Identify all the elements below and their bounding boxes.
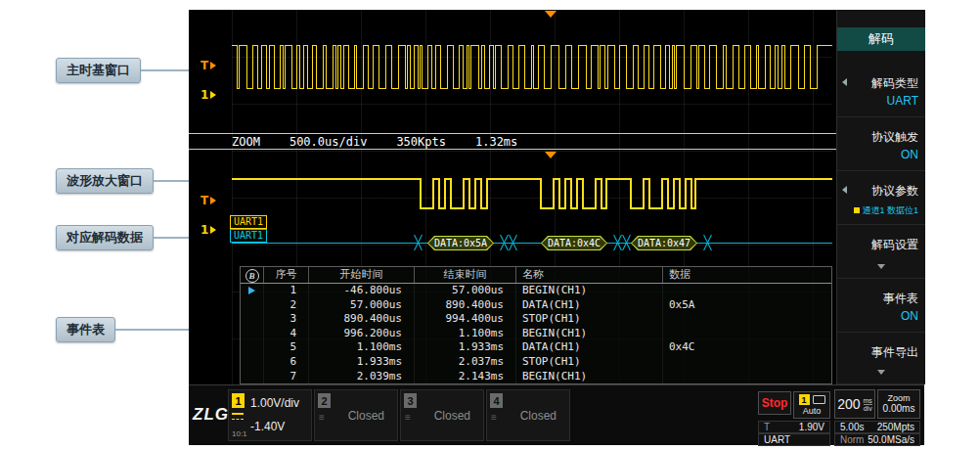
table-row[interactable]: 4 996.200us 1.100ms BEGIN(CH1) <box>241 327 831 341</box>
cell-start: -46.800us <box>309 284 415 298</box>
table-row[interactable]: 1 -46.800us 57.000us BEGIN(CH1) <box>241 284 831 298</box>
cell-data: 0x5A <box>663 298 831 313</box>
callout-label: 波形放大窗口 <box>56 168 154 194</box>
timebase-unit: ms div <box>864 397 872 412</box>
menu-item-event-export[interactable]: 事件导出 <box>837 333 925 384</box>
table-row[interactable]: 3 890.400us 994.400us STOP(CH1) <box>241 312 831 327</box>
cell-data <box>663 355 831 370</box>
cell-start: 890.400us <box>309 312 415 327</box>
col-index: 序号 <box>264 267 309 283</box>
trigger-position-marker[interactable] <box>545 11 557 18</box>
run-state-indicator[interactable]: Stop <box>758 391 791 415</box>
cell-end: 994.400us <box>415 312 516 327</box>
callout-label: 事件表 <box>56 317 115 342</box>
channel2-control[interactable]: 2 ≡ Closed <box>314 389 398 441</box>
table-row[interactable]: 2 57.000us 890.400us DATA(CH1) 0x5A <box>241 298 831 313</box>
trigger-letter: T <box>200 194 208 207</box>
table-row[interactable]: 5 1.100ms 1.933ms DATA(CH1) 0x4C <box>241 340 831 355</box>
cell-data <box>663 327 831 341</box>
uart1-decode-label: UART1 <box>230 229 267 243</box>
brand-text: ZLG <box>193 405 229 424</box>
zoom-position-marker[interactable] <box>545 152 557 158</box>
cell-start: 1.933ms <box>309 355 415 370</box>
menu-item-event-table[interactable]: 事件表 ON <box>837 279 925 333</box>
menu-item-protocol-params[interactable]: 协议参数 通道1 数据位1 <box>837 171 925 225</box>
event-table[interactable]: B 序号 开始时间 结束时间 名称 数据 1 -46.800us 57.000u… <box>240 266 832 384</box>
cell-end: 890.400us <box>415 298 516 313</box>
zoom-label: ZOOM <box>232 135 260 149</box>
menu-title: 解码 <box>837 27 925 51</box>
bit-transition-icon <box>622 235 631 250</box>
menu-item-label: 协议触发 <box>871 129 918 146</box>
right-arrow-icon <box>210 197 216 204</box>
left-arrow-icon <box>842 78 847 86</box>
zoom-trigger-level-marker[interactable]: T <box>200 194 216 207</box>
channel2-badge: 2 <box>318 393 331 408</box>
channel1-level-marker[interactable]: 1 <box>200 88 216 102</box>
table-row[interactable]: 7 2.039ms 2.143ms BEGIN(CH1) <box>241 370 831 384</box>
decode-bus-line <box>232 243 832 244</box>
annotated-oscilloscope-figure: 主时基窗口 波形放大窗口 对应解码数据 事件表 T 1 <box>0 0 980 450</box>
cell-data <box>663 312 831 327</box>
bus-b-icon: B <box>245 269 259 283</box>
channel-number: 1 <box>200 223 208 237</box>
cell-end: 2.037ms <box>415 355 516 370</box>
callout-label: 主时基窗口 <box>56 58 141 83</box>
channel3-badge: 3 <box>404 393 417 408</box>
decode-frame: DATA:0x5A <box>427 236 494 250</box>
cell-start: 2.039ms <box>309 370 415 384</box>
trigger-source-box[interactable]: 1 Auto <box>793 391 830 419</box>
cell-end: 1.100ms <box>415 327 516 341</box>
channel1-probe-ratio: 10:1 <box>232 429 247 438</box>
channel1-control[interactable]: 1 1.00V/div -1.40V 10:1 <box>228 389 312 441</box>
col-end-time: 结束时间 <box>415 267 516 283</box>
channel-number: 1 <box>200 88 208 102</box>
decode-frame-text: DATA:0x47 <box>638 238 690 248</box>
zoom-channel1-level-marker[interactable]: 1 <box>200 223 216 237</box>
bit-transition-icon <box>414 235 423 250</box>
cell-index: 3 <box>264 312 309 327</box>
cell-end: 2.143ms <box>415 370 516 384</box>
decode-soft-menu: 解码 解码类型 UART 协议触发 ON 协议参数 通道1 数据位1 解码设置 … <box>836 10 925 384</box>
right-arrow-icon <box>210 62 216 69</box>
cell-name: STOP(CH1) <box>516 355 663 370</box>
zoom-scale: 500.0us/div <box>290 135 367 149</box>
cell-name: STOP(CH1) <box>516 312 663 327</box>
menu-item-label: 解码类型 <box>871 75 918 92</box>
channel3-control[interactable]: 3 ≡ Closed <box>400 389 484 441</box>
current-row-arrow-icon <box>248 287 255 294</box>
acquire-mode: Norm <box>840 434 864 445</box>
cell-start: 57.000us <box>309 298 415 313</box>
menu-item-protocol-trigger[interactable]: 协议触发 ON <box>837 117 925 171</box>
channel4-control[interactable]: 4 ≡ Closed <box>486 389 570 441</box>
trigger-level-value: 1.90V <box>799 422 824 432</box>
cell-index: 4 <box>264 327 309 341</box>
dc-coupling-icon <box>232 413 244 422</box>
channel1-badge: 1 <box>232 393 245 408</box>
zoom-offset-box[interactable]: Zoom 0.00ms <box>877 389 920 419</box>
bus-icon <box>813 395 825 404</box>
channel2-status: Closed <box>348 409 384 423</box>
waveform-display: T 1 ZOOM 500.0us/div 350Kpts 1.32ms T 1 <box>189 10 836 384</box>
menu-item-decode-settings[interactable]: 解码设置 <box>837 225 925 279</box>
timebase-box[interactable]: 200 ms div <box>834 389 875 419</box>
left-arrow-icon <box>842 186 847 194</box>
table-row[interactable]: 6 1.933ms 2.037ms STOP(CH1) <box>241 355 831 370</box>
zoom-window-waveform <box>232 172 832 215</box>
trigger-level-marker[interactable]: T <box>200 59 216 72</box>
uart1-bus-label: UART1 <box>230 215 267 229</box>
menu-item-decode-type[interactable]: 解码类型 UART <box>837 64 925 117</box>
menu-item-label: 解码设置 <box>871 237 918 253</box>
trigger-level-readout: T 1.90V <box>758 421 830 433</box>
event-table-header: B 序号 开始时间 结束时间 名称 数据 <box>241 267 831 284</box>
sample-rate-readout: Norm 50.0MSa/s <box>834 433 920 446</box>
zoom-position: 1.32ms <box>475 135 517 149</box>
cell-name: BEGIN(CH1) <box>516 370 663 384</box>
record-time: 5.00s <box>840 422 864 432</box>
record-points: 250Mpts <box>877 422 914 432</box>
zoom-readout-bar: ZOOM 500.0us/div 350Kpts 1.32ms <box>189 133 836 150</box>
zoom-value: 0.00ms <box>878 403 919 414</box>
cell-name: DATA(CH1) <box>516 298 663 313</box>
unit-numerator: ms <box>864 397 872 405</box>
trigger-type-readout: UART <box>758 433 830 446</box>
